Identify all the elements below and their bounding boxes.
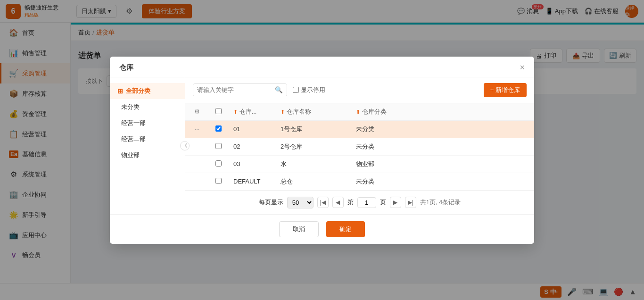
- dialog-title: 仓库: [119, 63, 133, 72]
- row-code-cell: DEFAULT: [228, 173, 275, 190]
- table-row[interactable]: 02 2号仓库 未分类: [185, 138, 534, 155]
- dialog-close-button[interactable]: ×: [520, 63, 525, 72]
- select-all-checkbox[interactable]: [215, 108, 222, 114]
- cancel-button[interactable]: 取消: [279, 221, 319, 237]
- row-checkbox-cell[interactable]: [209, 155, 228, 173]
- row-checkbox[interactable]: [215, 125, 222, 132]
- search-button[interactable]: 🔍: [271, 84, 287, 96]
- table-row[interactable]: 03 水 物业部: [185, 155, 534, 173]
- row-checkbox-cell[interactable]: [209, 120, 228, 138]
- search-icon: 🔍: [275, 86, 283, 93]
- dialog-pagination: 每页显示 50 100 200 |◀ ◀ 第 页 ▶ ▶| 共1页, 4条记录: [185, 191, 534, 214]
- row-code-cell: 01: [228, 120, 275, 138]
- dialog-category-sidebar: ⊞ 全部分类 未分类 经营一部 经营二部 物业部 《: [110, 77, 185, 214]
- first-page-button[interactable]: |◀: [317, 197, 329, 208]
- warehouse-table: ⚙ ⬆ 仓库... ⬆ 仓库名称 ⬆ 仓库分类 ··· 01 1号仓库 未分类: [185, 103, 534, 191]
- row-category-cell: 未分类: [350, 138, 534, 155]
- row-category-cell: 物业部: [350, 155, 534, 173]
- category-item-ops2[interactable]: 经营二部: [110, 131, 185, 147]
- warehouse-dialog: 仓库 × ⊞ 全部分类 未分类 经营一部 经营二部 物业部 《: [110, 57, 534, 244]
- col-checkbox: [209, 103, 228, 121]
- dialog-header: 仓库 ×: [110, 57, 534, 77]
- category-item-property[interactable]: 物业部: [110, 147, 185, 163]
- row-name-cell: 水: [275, 155, 350, 173]
- row-name-cell: 总仓: [275, 173, 350, 190]
- row-category-cell: 未分类: [350, 173, 534, 190]
- col-category: ⬆ 仓库分类: [350, 103, 534, 121]
- row-code-cell: 03: [228, 155, 275, 173]
- all-categories-item[interactable]: ⊞ 全部分类: [110, 83, 185, 99]
- prev-page-button[interactable]: ◀: [332, 197, 344, 208]
- last-page-button[interactable]: ▶|: [405, 197, 416, 208]
- table-row[interactable]: DEFAULT 总仓 未分类: [185, 173, 534, 190]
- row-settings-cell: [185, 173, 209, 190]
- sidebar-collapse-button[interactable]: 《: [180, 141, 190, 150]
- next-page-button[interactable]: ▶: [390, 197, 401, 208]
- table-row[interactable]: ··· 01 1号仓库 未分类: [185, 120, 534, 138]
- category-item-ops1[interactable]: 经营一部: [110, 115, 185, 131]
- row-checkbox[interactable]: [215, 143, 222, 149]
- row-checkbox[interactable]: [215, 160, 222, 167]
- row-settings-cell: ···: [185, 120, 209, 138]
- row-name-cell: 2号仓库: [275, 138, 350, 155]
- col-setting: ⚙: [185, 103, 209, 121]
- dialog-body: ⊞ 全部分类 未分类 经营一部 经营二部 物业部 《: [110, 77, 534, 214]
- page-size-select[interactable]: 50 100 200: [287, 197, 314, 208]
- row-name-cell: 1号仓库: [275, 120, 350, 138]
- row-checkbox[interactable]: [215, 178, 222, 184]
- col-code: ⬆ 仓库...: [228, 103, 275, 121]
- dialog-footer: 取消 确定: [110, 214, 534, 244]
- row-settings-cell: [185, 155, 209, 173]
- category-item-unclassified[interactable]: 未分类: [110, 99, 185, 115]
- row-code-cell: 02: [228, 138, 275, 155]
- confirm-button[interactable]: 确定: [326, 221, 365, 237]
- grid-icon: ⊞: [117, 87, 123, 95]
- show-disabled-checkbox[interactable]: [293, 87, 299, 93]
- row-checkbox-cell[interactable]: [209, 173, 228, 190]
- search-field-wrap: 🔍: [193, 83, 287, 96]
- show-disabled-wrap: 显示停用: [293, 86, 325, 94]
- dialog-search-toolbar: 🔍 显示停用 + 新增仓库: [185, 77, 534, 103]
- table-header-row: ⚙ ⬆ 仓库... ⬆ 仓库名称 ⬆ 仓库分类: [185, 103, 534, 121]
- add-warehouse-button[interactable]: + 新增仓库: [484, 83, 527, 97]
- page-number-input[interactable]: [357, 197, 376, 208]
- warehouse-search-input[interactable]: [193, 84, 271, 96]
- dialog-main-panel: 🔍 显示停用 + 新增仓库 ⚙: [185, 77, 534, 214]
- row-checkbox-cell[interactable]: [209, 138, 228, 155]
- row-category-cell: 未分类: [350, 120, 534, 138]
- col-name: ⬆ 仓库名称: [275, 103, 350, 121]
- dialog-overlay[interactable]: 仓库 × ⊞ 全部分类 未分类 经营一部 经营二部 物业部 《: [0, 0, 644, 300]
